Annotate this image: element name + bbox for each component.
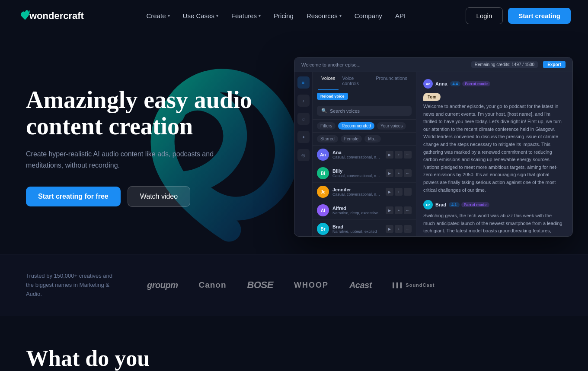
voice-item-billy[interactable]: Bi Billy Casual, conversational, narrati… — [313, 164, 416, 183]
voices-panel: Voices Voice controls Pronunciations Rel… — [313, 72, 416, 236]
use-cases-chevron-icon: ▾ — [216, 13, 218, 18]
voice-item-jennifer[interactable]: Je Jennifer Casual, conversational, narr… — [313, 183, 416, 201]
hero-section: Amazingly easy audio content creation Cr… — [0, 31, 588, 254]
voice-play-ana[interactable]: ▶ — [386, 151, 393, 159]
tab-voices[interactable]: Voices — [318, 72, 339, 90]
voice-play-jennifer[interactable]: ▶ — [386, 188, 393, 196]
badge-version: 4.4 — [450, 81, 461, 86]
export-button[interactable]: Export — [543, 61, 566, 68]
filter-filters[interactable]: Filters — [317, 122, 336, 130]
hero-left: Amazingly easy audio content creation Cr… — [26, 87, 294, 207]
nav-actions: Login Start creating — [466, 7, 571, 24]
app-sidebar: ≡ ♪ ♫ ✦ ◎ — [294, 72, 313, 236]
voice-avatar-brad: Br — [317, 223, 329, 235]
block-text-anna: Welcome to another episode, your go-to p… — [423, 103, 566, 194]
nav-api[interactable]: API — [390, 9, 411, 23]
voice-add-alfred[interactable]: + — [395, 206, 403, 214]
nav-company[interactable]: Company — [349, 9, 387, 23]
badge-version-brad: 4.1 — [449, 202, 460, 207]
filter-starred[interactable]: Starred — [317, 135, 338, 143]
app-main: Voices Voice controls Pronunciations Rel… — [313, 72, 572, 236]
tab-voice-controls[interactable]: Voice controls — [339, 72, 372, 90]
filter-your-voices[interactable]: Your voices — [377, 122, 406, 130]
voice-more-alfred[interactable]: ⋯ — [404, 206, 412, 214]
voice-more-jennifer[interactable]: ⋯ — [404, 188, 412, 196]
tom-tooltip: Tom — [423, 93, 441, 101]
content-main: An Anna 4.4 Parrot mode Tom — [416, 72, 572, 237]
filter-male[interactable]: Ma... — [364, 135, 381, 143]
nav-create[interactable]: Create ▾ — [141, 9, 175, 23]
reload-voice-button[interactable]: Reload voice — [317, 93, 348, 100]
voice-actions-ana: ▶ + ⋯ — [386, 151, 412, 159]
voice-more-billy[interactable]: ⋯ — [404, 169, 412, 177]
login-button[interactable]: Login — [466, 7, 503, 24]
features-chevron-icon: ▾ — [259, 13, 261, 18]
app-topbar: Welcome to another episo... Remaining cr… — [294, 57, 572, 72]
voice-more-brad[interactable]: ⋯ — [404, 225, 412, 233]
voice-play-brad[interactable]: ▶ — [386, 225, 393, 233]
badge-parrot-brad: Parrot mode — [461, 202, 489, 207]
content-block-anna: An Anna 4.4 Parrot mode Tom — [423, 79, 566, 194]
app-preview: Welcome to another episo... Remaining cr… — [294, 57, 573, 237]
voice-add-billy[interactable]: + — [395, 169, 403, 177]
voice-avatar-billy: Bi — [317, 167, 329, 179]
nav-use-cases[interactable]: Use Cases ▾ — [178, 9, 224, 23]
voice-info-alfred: Alfred Narrative, deep, excessive — [332, 206, 382, 215]
logo-groupm: groupm — [147, 280, 178, 290]
search-box[interactable]: 🔍 Search voices — [317, 106, 412, 116]
svg-text:wondercraft: wondercraft — [29, 10, 84, 21]
block-avatar-brad: Br — [423, 200, 433, 209]
nav-links: Create ▾ Use Cases ▾ Features ▾ Pricing … — [141, 9, 411, 23]
voices-filters-2: Starred Female Ma... — [313, 133, 416, 146]
voices-filters: Filters Recommended Your voices — [313, 120, 416, 133]
content-panel: An Anna 4.4 Parrot mode Tom — [416, 72, 572, 236]
voice-add-ana[interactable]: + — [395, 151, 403, 159]
start-creating-button[interactable]: Start creating — [508, 8, 571, 24]
filter-recommended[interactable]: Recommended — [338, 122, 374, 130]
content-block-brad: Br Brad 4.1 Parrot mode Switching gears,… — [423, 200, 566, 237]
search-icon: 🔍 — [321, 108, 327, 114]
topbar-right: Remaining credits: 1497 / 1500 Export — [471, 61, 566, 68]
app-body: ≡ ♪ ♫ ✦ ◎ Voices Voice controls Pronunci… — [294, 72, 572, 236]
voice-avatar-jennifer: Je — [317, 186, 329, 198]
voice-indicator-anna: An Anna 4.4 Parrot mode — [423, 79, 566, 89]
logo-whoop: WHOOP — [294, 281, 329, 290]
nav-pricing[interactable]: Pricing — [268, 9, 299, 23]
resources-chevron-icon: ▾ — [339, 13, 342, 18]
create-chevron-icon: ▾ — [168, 13, 170, 18]
voice-item-brad[interactable]: Br Brad Narrative, upbeat, excited ▶ + ⋯ — [313, 220, 416, 236]
start-creating-free-button[interactable]: Start creating for free — [26, 187, 121, 206]
app-screenshot: Welcome to another episo... Remaining cr… — [294, 57, 573, 237]
sidebar-music-icon[interactable]: ♫ — [297, 113, 310, 125]
voice-add-jennifer[interactable]: + — [395, 188, 403, 196]
block-badges-brad: 4.1 Parrot mode — [449, 202, 489, 207]
sidebar-content-icon[interactable]: ≡ — [297, 76, 310, 89]
voice-info-billy: Billy Casual, conversational, narrative — [332, 168, 382, 178]
voice-item-ana[interactable]: An Ana Casual, conversational, narrative… — [313, 146, 416, 164]
tab-pronunciations[interactable]: Pronunciations — [372, 72, 411, 90]
voices-search: 🔍 Search voices — [313, 102, 416, 120]
sidebar-voice-icon[interactable]: ♪ — [297, 95, 310, 107]
logo-canon: Canon — [198, 280, 226, 290]
sidebar-clip-icon[interactable]: ◎ — [297, 149, 310, 161]
sidebar-sfx-icon[interactable]: ✦ — [297, 131, 310, 143]
nav-features[interactable]: Features ▾ — [226, 9, 266, 23]
voice-play-billy[interactable]: ▶ — [386, 169, 393, 177]
logo[interactable]: wondercraft — [17, 8, 86, 23]
filter-female[interactable]: Female — [341, 135, 362, 143]
watch-video-button[interactable]: Watch video — [128, 186, 190, 207]
voice-add-brad[interactable]: + — [395, 225, 403, 233]
voice-play-alfred[interactable]: ▶ — [386, 206, 393, 214]
block-avatar-anna: An — [423, 79, 433, 89]
content-editor[interactable]: An Anna 4.4 Parrot mode Tom — [416, 72, 572, 237]
hero-buttons: Start creating for free Watch video — [26, 186, 294, 207]
trusted-text: Trusted by 150,000+ creatives and the bi… — [26, 272, 121, 298]
navbar: wondercraft Create ▾ Use Cases ▾ Feature… — [0, 0, 588, 31]
voice-more-ana[interactable]: ⋯ — [404, 151, 412, 159]
voice-item-alfred[interactable]: Al Alfred Narrative, deep, excessive ▶ +… — [313, 201, 416, 220]
topbar-title: Welcome to another episo... — [301, 62, 361, 67]
nav-resources[interactable]: Resources ▾ — [301, 9, 347, 23]
voice-actions-jennifer: ▶ + ⋯ — [386, 188, 412, 196]
voice-actions-brad: ▶ + ⋯ — [386, 225, 412, 233]
credits-badge: Remaining credits: 1497 / 1500 — [471, 61, 538, 68]
